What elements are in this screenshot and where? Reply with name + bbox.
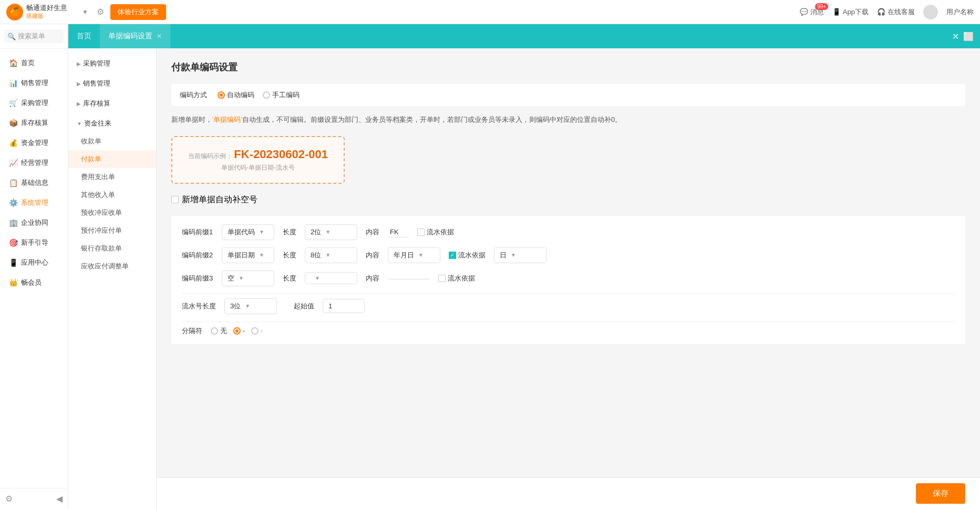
auto-encode-radio[interactable]: 自动编码 [218, 90, 254, 100]
sidebar-item-operations[interactable]: 📈 经营管理 [0, 153, 68, 173]
left-group-capital-title[interactable]: ▼ 资金往来 [68, 115, 156, 132]
sidebar-item-home[interactable]: 🏠 首页 [0, 53, 68, 73]
app-label: App下载 [843, 7, 869, 17]
prefix3-length-select[interactable]: ▼ [305, 272, 357, 284]
prefix2-serial-unit-select[interactable]: 日 ▼ [494, 247, 546, 263]
separator-row: 分隔符 无 - [182, 326, 955, 336]
sidebar-item-purchase[interactable]: 🛒 采购管理 [0, 93, 68, 113]
left-group-stock-title[interactable]: ▶ 库存核算 [68, 95, 156, 112]
prefix2-content-select[interactable]: 年月日 ▼ [388, 247, 440, 263]
prefix1-content-value: FK [388, 227, 409, 237]
prefix2-content-label: 内容 [366, 251, 379, 260]
left-nav-payment[interactable]: 付款单 [68, 150, 156, 168]
finance-icon: 💰 [8, 138, 18, 148]
prefix1-select[interactable]: 单据代码 ▼ [222, 224, 274, 240]
bottom-bar: 保存 [157, 477, 980, 509]
sep-none-dot [211, 327, 218, 335]
prefix2-length-select[interactable]: 8位 ▼ [305, 247, 357, 263]
service-button[interactable]: 🎧 在线客服 [877, 7, 915, 17]
sidebar-collapse-icon[interactable]: ◀ [56, 494, 63, 504]
sidebar-item-finance[interactable]: 💰 资金管理 [0, 133, 68, 153]
sidebar-item-basic[interactable]: 📋 基础信息 [0, 173, 68, 193]
serial-row: 流水号长度 3位 ▼ 起始值 [182, 298, 955, 314]
start-value-input[interactable] [323, 299, 365, 313]
auto-fill-checkbox[interactable] [171, 196, 179, 203]
sidebar-item-vip[interactable]: 👑 畅会员 [0, 273, 68, 293]
message-icon: 💬 [800, 8, 808, 16]
company-icon: 🏢 [8, 218, 18, 227]
trial-button[interactable]: 体验行业方案 [110, 4, 166, 20]
prefix1-serial-checkbox[interactable] [417, 228, 425, 236]
sidebar-item-label-guide: 新手引导 [21, 238, 48, 247]
prefix2-label: 编码前缀2 [182, 251, 213, 260]
sidebar-settings-icon[interactable]: ⚙ [5, 494, 13, 504]
logo: 🍊 畅通道好生意 搭建版 [6, 4, 67, 20]
prefix2-serial-label: 流水依据 [458, 251, 486, 260]
tab-close-icon[interactable]: ✕ [157, 33, 162, 40]
sidebar-item-company[interactable]: 🏢 企业协同 [0, 213, 68, 233]
topbar: 🍊 畅通道好生意 搭建版 ▼ ⚙ 体验行业方案 💬 消息 99+ 📱 App下载… [0, 0, 980, 24]
manual-encode-label: 手工编码 [272, 90, 300, 100]
sidebar-item-newguide[interactable]: 🎯 新手引导 [0, 233, 68, 253]
left-group-purchase: ▶ 采购管理 [68, 55, 156, 72]
left-nav-advance-recv[interactable]: 预收冲应收单 [68, 204, 156, 222]
sidebar-item-system[interactable]: ⚙️ 系统管理 [0, 193, 68, 213]
left-nav-other-income[interactable]: 其他收入单 [68, 186, 156, 204]
prefix2-content-value: 年月日 [394, 251, 414, 260]
left-nav-expense[interactable]: 费用支出单 [68, 168, 156, 186]
form-divider2 [182, 321, 955, 322]
left-group-sales-title[interactable]: ▶ 销售管理 [68, 75, 156, 92]
tab-minimize-icon[interactable]: ✕ [952, 32, 959, 41]
message-button[interactable]: 💬 消息 99+ [800, 7, 824, 17]
tab-actions: ✕ ⬜ [952, 32, 980, 41]
sep-dash-label: - [243, 327, 245, 335]
sidebar-item-label-vip: 畅会员 [21, 278, 42, 287]
left-panel: ▶ 采购管理 ▶ 销售管理 ▶ 库存核算 [68, 48, 157, 509]
prefix3-select[interactable]: 空 ▼ [222, 271, 274, 286]
sep-dot-radio[interactable]: · [251, 327, 263, 335]
sep-none-radio[interactable]: 无 [211, 326, 227, 336]
prefix3-serial-checkbox[interactable] [438, 275, 446, 282]
sidebar: 🔍 搜索菜单 🏠 首页 📊 销售管理 🛒 采购管理 📦 库存核算 💰 [0, 24, 68, 509]
prefix1-length-select[interactable]: 2位 ▼ [305, 224, 357, 240]
prefix2-serial-unit: 日 [500, 251, 507, 260]
serial-length-select[interactable]: 3位 ▼ [224, 298, 277, 314]
sidebar-item-apps[interactable]: 📱 应用中心 [0, 253, 68, 273]
chevron-down-icon: ▼ [77, 121, 82, 127]
left-group-sales-label: 销售管理 [83, 79, 110, 88]
manual-encode-dot [263, 91, 270, 99]
save-button[interactable]: 保存 [916, 483, 965, 504]
app-icon: 📱 [832, 8, 841, 16]
tab-maximize-icon[interactable]: ⬜ [963, 32, 974, 41]
prefix1-length-label: 长度 [283, 227, 296, 237]
prefix1-content-label: 内容 [366, 227, 379, 237]
expand-arrow-icon[interactable]: ▼ [80, 6, 90, 18]
serial-length-label: 流水号长度 [182, 302, 216, 311]
service-label: 在线客服 [888, 7, 915, 17]
prefix2-select[interactable]: 单据日期 ▼ [222, 247, 274, 263]
sidebar-item-inventory[interactable]: 📦 库存核算 [0, 113, 68, 133]
content-inner: ▶ 采购管理 ▶ 销售管理 ▶ 库存核算 [68, 48, 980, 509]
tab-home[interactable]: 首页 [68, 24, 100, 48]
right-content: 首页 单据编码设置 ✕ ✕ ⬜ ▶ 采购管理 [68, 24, 980, 509]
left-nav-advance-pay[interactable]: 预付冲应付单 [68, 222, 156, 240]
left-group-purchase-title[interactable]: ▶ 采购管理 [68, 55, 156, 72]
app-download-button[interactable]: 📱 App下载 [832, 7, 869, 17]
prefix2-serial-checkbox[interactable]: ✓ [449, 252, 456, 259]
avatar[interactable] [923, 5, 938, 19]
settings-icon[interactable]: ⚙ [95, 5, 106, 19]
auto-encode-dot [218, 91, 225, 99]
search-bar[interactable]: 🔍 搜索菜单 [4, 29, 64, 43]
prefix2-arrow-icon: ▼ [259, 252, 264, 258]
manual-encode-radio[interactable]: 手工编码 [263, 90, 300, 100]
left-nav-ap-adjust[interactable]: 应收应付调整单 [68, 257, 156, 275]
tab-encoding[interactable]: 单据编码设置 ✕ [100, 24, 170, 48]
prefix3-content-label: 内容 [366, 274, 379, 283]
left-nav-receipt[interactable]: 收款单 [68, 132, 156, 150]
code-preview-label-text: 当前编码示例： [188, 152, 232, 160]
left-nav-bank-deposit[interactable]: 银行存取款单 [68, 240, 156, 257]
sep-dash-radio[interactable]: - [233, 327, 245, 335]
prefix1-label: 编码前缀1 [182, 227, 213, 237]
sidebar-item-sales[interactable]: 📊 销售管理 [0, 73, 68, 93]
prefix2-unit-arrow-icon: ▼ [511, 252, 516, 258]
